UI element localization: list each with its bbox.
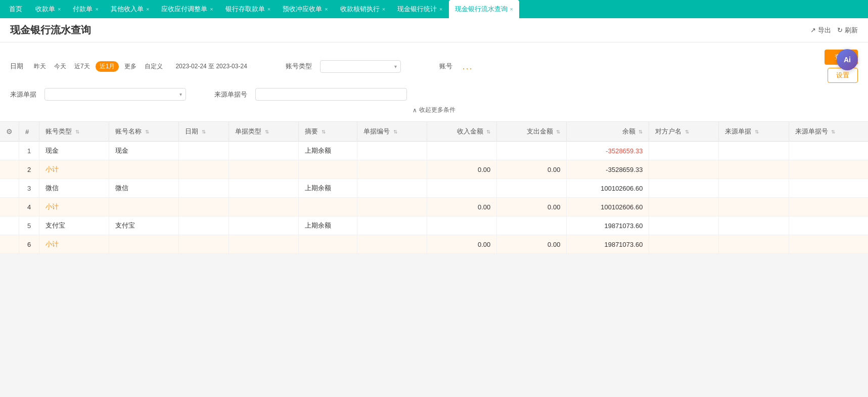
page-title: 现金银行流水查询 <box>10 23 91 37</box>
tab-bank-deposit[interactable]: 银行存取款单 × <box>219 0 277 18</box>
th-counterparty[interactable]: 对方户名 ⇅ <box>649 122 719 142</box>
row-summary <box>299 160 357 179</box>
row-doc-no <box>357 160 427 179</box>
row-expense: 0.00 <box>497 160 567 179</box>
th-source-doc-no[interactable]: 来源单据号 ⇅ <box>789 122 868 142</box>
row-source-doc-no <box>789 216 868 235</box>
date-btn-7days[interactable]: 近7天 <box>72 61 93 72</box>
close-icon[interactable]: × <box>146 6 149 12</box>
tab-prepay-offset[interactable]: 预收冲应收单 × <box>277 0 334 18</box>
close-icon[interactable]: × <box>510 6 513 12</box>
row-source-doc-no <box>789 160 868 179</box>
th-source-doc[interactable]: 来源单据 ⇅ <box>719 122 789 142</box>
row-gear <box>0 179 19 198</box>
date-btn-yesterday[interactable]: 昨天 <box>31 61 49 72</box>
th-index[interactable]: # <box>19 122 39 142</box>
row-account-name: 现金 <box>109 142 179 160</box>
account-type-select[interactable]: 现金 微信 支付宝 <box>320 60 401 73</box>
data-table-container: ⚙ # 账号类型 ⇅ 账号名称 ⇅ 日期 ⇅ 单据类型 <box>0 122 868 254</box>
row-summary: 上期余额 <box>299 142 357 160</box>
settings-button[interactable]: 设置 <box>828 68 858 83</box>
header-actions: ↗ 导出 ↻ 刷新 <box>810 26 858 35</box>
tab-receipt-verify[interactable]: 收款核销执行 × <box>334 0 391 18</box>
row-account-name <box>109 160 179 179</box>
row-counterparty <box>649 142 719 160</box>
export-button[interactable]: ↗ 导出 <box>810 26 831 35</box>
account-label: 账号 <box>439 62 452 71</box>
row-source-doc-no <box>789 235 868 254</box>
sort-icon: ⇅ <box>685 129 689 135</box>
table-row: 2 小计 0.00 0.00 -3528659.33 <box>0 160 868 179</box>
tab-receipts[interactable]: 收款单 × <box>29 0 67 18</box>
th-account-type[interactable]: 账号类型 ⇅ <box>39 122 109 142</box>
row-account-type: 微信 <box>39 179 109 198</box>
row-date <box>179 142 229 160</box>
sort-icon: ⇅ <box>322 129 326 135</box>
collapse-button[interactable]: ∧ 收起更多条件 <box>413 106 455 114</box>
sort-icon: ⇅ <box>831 129 835 135</box>
row-source-doc <box>719 198 789 216</box>
ai-assistant-button[interactable]: Ai <box>837 49 858 70</box>
th-balance[interactable]: 余额 ⇅ <box>567 122 649 142</box>
row-counterparty <box>649 198 719 216</box>
date-btn-custom[interactable]: 自定义 <box>142 61 165 72</box>
row-source-doc <box>719 142 789 160</box>
tab-other-income[interactable]: 其他收入单 × <box>105 0 155 18</box>
th-gear[interactable]: ⚙ <box>0 122 19 142</box>
row-doc-no <box>357 142 427 160</box>
th-expense[interactable]: 支出金额 ⇅ <box>497 122 567 142</box>
close-icon[interactable]: × <box>267 6 270 12</box>
data-table: ⚙ # 账号类型 ⇅ 账号名称 ⇅ 日期 ⇅ 单据类型 <box>0 122 868 254</box>
close-icon[interactable]: × <box>382 6 385 12</box>
row-counterparty <box>649 235 719 254</box>
close-icon[interactable]: × <box>58 6 61 12</box>
th-account-name[interactable]: 账号名称 ⇅ <box>109 122 179 142</box>
account-picker-button[interactable]: ... <box>461 61 475 72</box>
sort-icon: ⇅ <box>265 129 269 135</box>
row-balance: 19871073.60 <box>567 216 649 235</box>
tab-cash-bank-stats[interactable]: 现金银行统计 × <box>391 0 448 18</box>
tab-ar-ap-adjust[interactable]: 应收应付调整单 × <box>155 0 219 18</box>
home-tab[interactable]: 首页 <box>2 0 29 18</box>
row-index: 6 <box>19 235 39 254</box>
date-btn-today[interactable]: 今天 <box>52 61 69 72</box>
row-counterparty <box>649 160 719 179</box>
th-income[interactable]: 收入金额 ⇅ <box>427 122 497 142</box>
sort-icon: ⇅ <box>393 129 397 135</box>
row-doc-type <box>229 198 299 216</box>
row-account-name <box>109 235 179 254</box>
tab-cash-bank-flow[interactable]: 现金银行流水查询 × <box>449 0 519 18</box>
row-expense <box>497 216 567 235</box>
th-doc-no[interactable]: 单据编号 ⇅ <box>357 122 427 142</box>
refresh-button[interactable]: ↻ 刷新 <box>837 26 858 35</box>
date-btn-1month[interactable]: 近1月 <box>96 61 119 72</box>
close-icon[interactable]: × <box>95 6 98 12</box>
source-doc-num-input[interactable] <box>255 88 407 101</box>
close-icon[interactable]: × <box>439 6 442 12</box>
close-icon[interactable]: × <box>325 6 328 12</box>
th-summary[interactable]: 摘要 ⇅ <box>299 122 357 142</box>
row-gear <box>0 216 19 235</box>
date-btn-more[interactable]: 更多 <box>122 61 139 72</box>
row-source-doc <box>719 216 789 235</box>
row-account-type: 支付宝 <box>39 216 109 235</box>
table-row: 3 微信 微信 上期余额 100102606.60 <box>0 179 868 198</box>
row-summary: 上期余额 <box>299 216 357 235</box>
source-doc-label: 来源单据 <box>10 90 36 99</box>
th-doc-type[interactable]: 单据类型 ⇅ <box>229 122 299 142</box>
date-range: 2023-02-24 至 2023-03-24 <box>175 62 247 71</box>
row-date <box>179 179 229 198</box>
filter-row-1: 日期 昨天 今天 近7天 近1月 更多 自定义 2023-02-24 至 202… <box>10 50 858 83</box>
row-doc-type <box>229 179 299 198</box>
sort-icon: ⇅ <box>145 129 149 135</box>
row-index: 1 <box>19 142 39 160</box>
th-date[interactable]: 日期 ⇅ <box>179 122 229 142</box>
row-summary <box>299 235 357 254</box>
row-expense <box>497 179 567 198</box>
source-doc-select[interactable] <box>44 88 186 101</box>
row-source-doc-no <box>789 142 868 160</box>
row-doc-no <box>357 235 427 254</box>
close-icon[interactable]: × <box>210 6 213 12</box>
row-doc-no <box>357 198 427 216</box>
tab-payments[interactable]: 付款单 × <box>67 0 104 18</box>
